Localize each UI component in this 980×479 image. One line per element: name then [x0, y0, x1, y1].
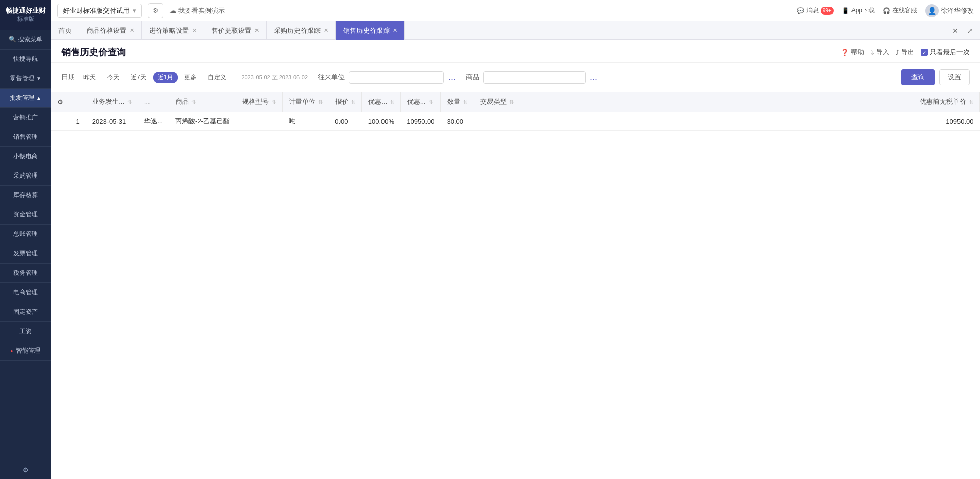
sidebar-item-label: 电商管理	[13, 288, 38, 297]
date-btn-more[interactable]: 更多	[180, 72, 201, 83]
tab-close-icon[interactable]: ✕	[393, 28, 397, 33]
tab-close-icon[interactable]: ✕	[324, 28, 328, 33]
tabs-controls: ✕ ⤢	[945, 25, 980, 37]
sidebar-item-retail[interactable]: 零售管理 ▼	[0, 69, 51, 89]
col-gear[interactable]: ⚙	[51, 92, 70, 112]
help-btn[interactable]: ❓ 帮助	[841, 48, 864, 57]
sidebar-item-quick-nav[interactable]: 快捷导航	[0, 50, 51, 69]
page-title: 销售历史价查询	[61, 46, 126, 58]
sidebar-item-finance[interactable]: 资金管理	[0, 205, 51, 225]
sidebar-settings-btn[interactable]: ⚙	[0, 461, 51, 479]
col-quantity[interactable]: 数量 ⇅	[441, 92, 474, 112]
app-download-label: App下载	[851, 6, 875, 15]
date-buttons: 昨天 今天 近7天 近1月 更多 自定义	[79, 72, 231, 83]
sidebar-item-tax[interactable]: 税务管理	[0, 264, 51, 283]
tab-close-icon[interactable]: ✕	[192, 28, 197, 33]
col-discount2-label: 优惠...	[407, 98, 426, 105]
date-filter-group: 日期 昨天 今天 近7天 近1月 更多 自定义	[61, 72, 231, 83]
module-selector[interactable]: 好业财标准版交付试用 ▾	[57, 4, 142, 18]
tab-sale-history[interactable]: 销售历史价跟踪 ✕	[336, 21, 405, 40]
product-input[interactable]	[483, 71, 586, 84]
col-biz-date[interactable]: 业务发生... ⇅	[86, 92, 138, 112]
col-price[interactable]: 报价 ⇅	[329, 92, 362, 112]
col-pretax-price[interactable]: 优惠前无税单价 ⇅	[913, 92, 980, 112]
from-unit-input[interactable]	[349, 71, 444, 84]
sidebar-item-fixed-assets[interactable]: 固定资产	[0, 302, 51, 322]
sort-icon: ⇅	[351, 99, 355, 105]
row-discount2: 10950.00	[400, 112, 440, 131]
demo-link[interactable]: ☁ 我要看实例演示	[169, 6, 225, 15]
sidebar-item-smart[interactable]: 智能管理	[0, 341, 51, 361]
col-discount2[interactable]: 优惠... ⇅	[400, 92, 440, 112]
gear-icon: ⚙	[153, 7, 159, 14]
topbar-actions: 💬 消息 99+ 📱 App下载 🎧 在线客服 👤 徐泽华修改	[797, 4, 974, 17]
sidebar-item-inventory[interactable]: 库存核算	[0, 186, 51, 205]
col-discount1[interactable]: 优惠... ⇅	[362, 92, 400, 112]
from-unit-more-btn[interactable]: ...	[448, 73, 456, 82]
tab-label: 商品价格设置	[87, 26, 126, 35]
tab-label: 进价策略设置	[149, 26, 189, 35]
row-pretax-price: 10950.00	[913, 112, 980, 131]
row-partner: 华逸...	[138, 112, 169, 131]
message-label: 消息	[806, 6, 819, 15]
main-area: 好业财标准版交付试用 ▾ ⚙ ☁ 我要看实例演示 💬 消息 99+ 📱 App下…	[51, 0, 980, 479]
date-btn-last1m[interactable]: 近1月	[153, 72, 178, 83]
tab-close-all-btn[interactable]: ✕	[949, 25, 962, 37]
sidebar-item-purchase[interactable]: 采购管理	[0, 166, 51, 186]
app-download-btn[interactable]: 📱 App下载	[842, 6, 875, 15]
col-discount1-label: 优惠...	[368, 98, 387, 105]
online-service-btn[interactable]: 🎧 在线客服	[883, 6, 917, 15]
date-btn-last7[interactable]: 近7天	[126, 72, 151, 83]
tab-purchase-history[interactable]: 采购历史价跟踪 ✕	[267, 21, 336, 40]
col-tx-type[interactable]: 交易类型 ⇅	[474, 92, 520, 112]
sidebar-search[interactable]: 🔍 搜索菜单	[0, 30, 51, 50]
col-more[interactable]: ...	[138, 92, 169, 112]
last-only-checkbox-label[interactable]: ✓ 只看最后一次	[921, 48, 970, 57]
sidebar: 畅捷通好业财 标准版 🔍 搜索菜单 快捷导航 零售管理 ▼ 批发管理 ▲ 营销推…	[0, 0, 51, 479]
chevron-up-icon: ▲	[36, 95, 41, 101]
sort-icon: ⇅	[272, 99, 276, 105]
sidebar-item-wholesale[interactable]: 批发管理 ▲	[0, 89, 51, 108]
col-spec[interactable]: 规格型号 ⇅	[236, 92, 283, 112]
col-product[interactable]: 商品 ⇅	[169, 92, 236, 112]
import-btn[interactable]: ⤵ 导入	[870, 48, 889, 57]
export-btn[interactable]: ⤴ 导出	[896, 48, 914, 57]
app-logo-title: 畅捷通好业财	[4, 6, 47, 15]
col-spec-label: 规格型号	[242, 98, 269, 105]
tab-expand-btn[interactable]: ⤢	[964, 25, 976, 37]
product-more-btn[interactable]: ...	[590, 73, 598, 82]
col-unit[interactable]: 计量单位 ⇅	[283, 92, 329, 112]
tab-pricing-strategy[interactable]: 进价策略设置 ✕	[142, 21, 204, 40]
sidebar-item-label: 库存核算	[13, 191, 38, 200]
date-btn-today[interactable]: 今天	[102, 72, 124, 83]
user-menu[interactable]: 👤 徐泽华修改	[925, 4, 974, 17]
sidebar-item-invoice[interactable]: 发票管理	[0, 244, 51, 264]
sidebar-item-sales[interactable]: 销售管理	[0, 127, 51, 147]
sidebar-item-payroll[interactable]: 工资	[0, 322, 51, 341]
message-icon: 💬	[797, 7, 804, 14]
product-filter-group: 商品 ...	[466, 71, 598, 84]
date-btn-custom[interactable]: 自定义	[203, 72, 231, 83]
tab-product-price[interactable]: 商品价格设置 ✕	[79, 21, 142, 40]
row-unit: 吨	[283, 112, 329, 131]
sidebar-item-label: 销售管理	[13, 133, 38, 141]
col-spacer	[520, 92, 913, 112]
sidebar-item-ecommerce[interactable]: 电商管理	[0, 283, 51, 302]
sort-icon: ⇅	[463, 99, 467, 105]
date-btn-yesterday[interactable]: 昨天	[79, 72, 100, 83]
topbar-settings-btn[interactable]: ⚙	[148, 3, 163, 18]
tab-close-icon[interactable]: ✕	[130, 28, 134, 33]
search-icon: 🔍	[9, 36, 16, 43]
sidebar-item-marketing[interactable]: 营销推广	[0, 108, 51, 127]
sidebar-item-ledger[interactable]: 总账管理	[0, 225, 51, 244]
tabs-bar: 首页 商品价格设置 ✕ 进价策略设置 ✕ 售价提取设置 ✕ 采购历史价跟踪 ✕ …	[51, 21, 980, 40]
tab-close-icon[interactable]: ✕	[254, 28, 259, 33]
message-btn[interactable]: 💬 消息 99+	[797, 6, 834, 15]
settings-btn[interactable]: 设置	[939, 69, 970, 85]
query-btn[interactable]: 查询	[901, 69, 935, 85]
sidebar-item-small-ecommerce[interactable]: 小畅电商	[0, 147, 51, 166]
tab-home[interactable]: 首页	[51, 21, 79, 40]
tab-sale-price-extract[interactable]: 售价提取设置 ✕	[204, 21, 267, 40]
tab-label: 售价提取设置	[211, 26, 251, 35]
last-only-checkbox[interactable]: ✓	[921, 49, 928, 56]
